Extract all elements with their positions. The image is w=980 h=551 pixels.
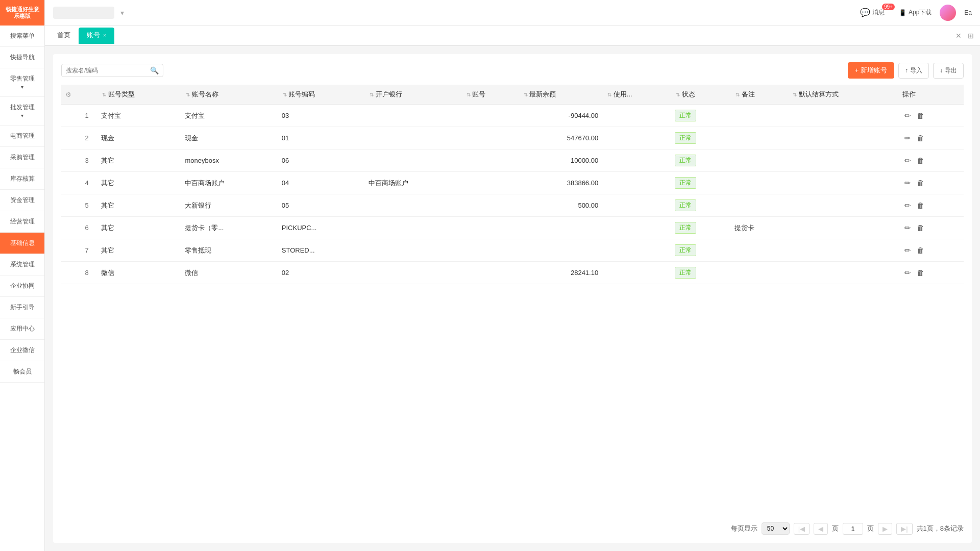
cell-remark	[730, 127, 788, 149]
sidebar-item-collaboration[interactable]: 企业协同	[0, 276, 44, 297]
cell-usage	[602, 239, 671, 262]
phone-icon: 📱	[899, 9, 906, 16]
cell-status: 正常	[671, 217, 730, 239]
edit-button[interactable]: ✏	[902, 178, 913, 189]
th-actions: 操作	[898, 85, 964, 105]
edit-button[interactable]: ✏	[902, 200, 913, 211]
per-page-select[interactable]: 50 100 200	[762, 522, 790, 535]
main-area: ▾ 💬 消息 99+ 📱 App下载 Ea 首页 账号 × ✕ ⊞	[45, 0, 980, 551]
cell-default-settlement	[788, 127, 898, 149]
sidebar-item-wechat[interactable]: 企业微信	[0, 340, 44, 361]
status-badge: 正常	[675, 267, 696, 279]
sort-icon: ⇅	[607, 92, 611, 97]
sidebar-item-operation[interactable]: 经营管理	[0, 211, 44, 233]
table-header-row: ⚙ ⇅ 账号类型 ⇅ 账号名称	[61, 85, 964, 105]
table-row: 5 其它 大新银行 05 500.00 正常 ✏ 🗑	[61, 194, 964, 217]
message-label: 消息	[872, 8, 885, 17]
tab-account-close[interactable]: ×	[103, 32, 106, 38]
tab-close-button[interactable]: ✕	[953, 30, 964, 42]
next-page-button[interactable]: ▶	[878, 523, 892, 535]
sort-icon: ⇅	[370, 92, 374, 97]
edit-button[interactable]: ✏	[902, 133, 913, 144]
pagination-bar: 每页显示 50 100 200 |◀ ◀ 页 页 ▶ ▶| 共1页，8条记录	[61, 516, 964, 535]
cell-index: 7	[77, 239, 97, 262]
topbar-search-input[interactable]	[53, 7, 114, 19]
sidebar-item-inventory[interactable]: 库存核算	[0, 168, 44, 190]
sidebar-item-member[interactable]: 畅会员	[0, 361, 44, 383]
sort-icon: ⇅	[524, 92, 528, 97]
tabbar-actions: ✕ ⊞	[953, 30, 976, 42]
cell-status: 正常	[671, 239, 730, 262]
sidebar-item-guide[interactable]: 新手引导	[0, 297, 44, 318]
message-badge: 99+	[882, 4, 895, 10]
edit-button[interactable]: ✏	[902, 110, 913, 121]
delete-button[interactable]: 🗑	[915, 155, 926, 166]
sort-icon: ⇅	[467, 92, 471, 97]
tab-expand-button[interactable]: ⊞	[966, 30, 976, 42]
prev-page-button[interactable]: ◀	[814, 523, 828, 535]
cell-index: 1	[77, 105, 97, 127]
search-input[interactable]	[66, 67, 150, 74]
sidebar-item-quicknav[interactable]: 快捷导航	[0, 47, 44, 68]
sidebar-item-system[interactable]: 系统管理	[0, 254, 44, 276]
status-badge: 正常	[675, 244, 696, 256]
sidebar-item-basic-info[interactable]: 基础信息	[0, 233, 44, 254]
sort-icon: ⇅	[793, 92, 797, 97]
delete-button[interactable]: 🗑	[915, 267, 926, 278]
edit-button[interactable]: ✏	[902, 222, 913, 234]
avatar[interactable]	[940, 5, 956, 21]
delete-button[interactable]: 🗑	[915, 245, 926, 256]
sidebar-item-retail[interactable]: 零售管理 ▾	[0, 68, 44, 97]
tab-home[interactable]: 首页	[49, 28, 79, 44]
sort-icon: ⇅	[186, 92, 190, 97]
message-button[interactable]: 💬 消息 99+	[860, 8, 891, 17]
edit-button[interactable]: ✏	[902, 267, 913, 279]
table-row: 2 现金 现金 01 547670.00 正常 ✏ 🗑	[61, 127, 964, 149]
cell-type: 支付宝	[97, 105, 181, 127]
cell-balance: 28241.10	[519, 262, 602, 284]
page-input[interactable]	[843, 523, 863, 535]
cell-index: 8	[77, 262, 97, 284]
import-button[interactable]: ↑ 导入	[898, 63, 929, 79]
accounts-table: ⚙ ⇅ 账号类型 ⇅ 账号名称	[61, 85, 964, 284]
delete-button[interactable]: 🗑	[915, 110, 926, 121]
app-download-button[interactable]: 📱 App下载	[899, 8, 932, 17]
cell-index: 2	[77, 127, 97, 149]
th-settings: ⚙	[61, 85, 77, 105]
sidebar-item-finance[interactable]: 资金管理	[0, 190, 44, 211]
sidebar-item-wholesale[interactable]: 批发管理 ▾	[0, 97, 44, 126]
gear-icon[interactable]: ⚙	[65, 91, 71, 98]
sidebar-item-search[interactable]: 搜索菜单	[0, 26, 44, 47]
delete-button[interactable]: 🗑	[915, 133, 926, 143]
delete-button[interactable]: 🗑	[915, 178, 926, 188]
cell-actions: ✏ 🗑	[898, 239, 964, 262]
cell-actions: ✏ 🗑	[898, 194, 964, 217]
cell-settings	[61, 127, 77, 149]
edit-button[interactable]: ✏	[902, 245, 913, 256]
sort-icon: ⇅	[676, 92, 680, 97]
first-page-button[interactable]: |◀	[794, 523, 810, 535]
sidebar-item-purchase[interactable]: 采购管理	[0, 147, 44, 168]
cell-code: 04	[278, 172, 364, 194]
cell-remark	[730, 262, 788, 284]
last-page-button[interactable]: ▶|	[896, 523, 912, 535]
th-index	[77, 85, 97, 105]
tab-account[interactable]: 账号 ×	[79, 28, 114, 44]
topbar: ▾ 💬 消息 99+ 📱 App下载 Ea	[45, 0, 980, 26]
cell-account	[461, 194, 519, 217]
delete-button[interactable]: 🗑	[915, 222, 926, 233]
cell-actions: ✏ 🗑	[898, 149, 964, 172]
cell-account	[461, 149, 519, 172]
cell-type: 现金	[97, 127, 181, 149]
export-button[interactable]: ↓ 导出	[933, 63, 964, 79]
sidebar-item-app-center[interactable]: 应用中心	[0, 318, 44, 340]
sort-icon: ⇅	[102, 92, 106, 97]
cell-usage	[602, 127, 671, 149]
cell-type: 其它	[97, 239, 181, 262]
sidebar-item-ecommerce[interactable]: 电商管理	[0, 126, 44, 147]
edit-button[interactable]: ✏	[902, 155, 913, 166]
cell-settings	[61, 262, 77, 284]
add-account-button[interactable]: + 新增账号	[848, 62, 894, 79]
th-account: ⇅ 账号	[461, 85, 519, 105]
delete-button[interactable]: 🗑	[915, 200, 926, 211]
